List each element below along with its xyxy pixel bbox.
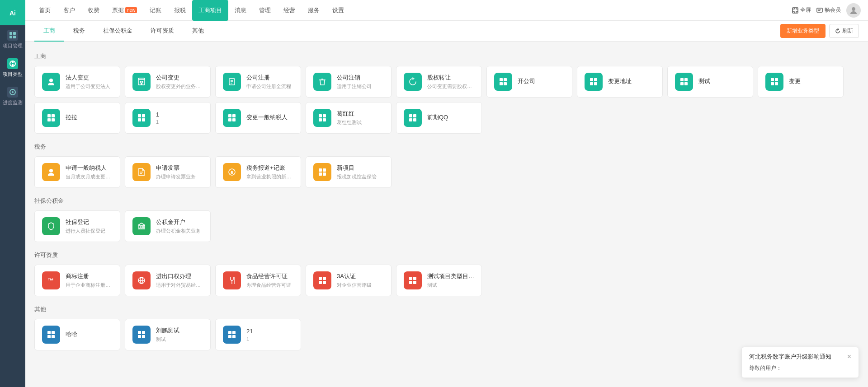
nav-business[interactable]: 工商项目 [192, 0, 228, 21]
card-test[interactable]: 测试 [667, 66, 753, 98]
card-company-reg[interactable]: 公司注册 申请公司注册全流程 [215, 66, 301, 98]
nav-accounting[interactable]: 记账 [143, 0, 168, 21]
card-open-company[interactable]: 开公司 [486, 66, 572, 98]
card-desc-company-reg: 申请公司注册全流程 [246, 83, 293, 90]
card-text-new-project: 新项目 报税加税控盘保管 [337, 164, 384, 180]
svg-rect-31 [684, 82, 688, 85]
nav-ticket[interactable]: 票据 new [106, 0, 143, 21]
card-food-license[interactable]: 食品经营许可证 办理食品经营许可证 [215, 265, 301, 296]
nav-service[interactable]: 服务 [302, 0, 326, 21]
sidebar-item-project-manage[interactable]: 项目管理 [0, 25, 25, 54]
card-fund-account[interactable]: 公积金开户 办理公积金相关业务 [125, 210, 211, 242]
nav-fee[interactable]: 收费 [81, 0, 106, 21]
svg-rect-64 [143, 225, 145, 228]
card-apply-invoice[interactable]: 申请发票 办理申请发票业务 [125, 156, 211, 188]
svg-rect-32 [771, 78, 774, 81]
svg-rect-71 [409, 277, 412, 280]
card-icon-apply-invoice [132, 163, 151, 181]
card-trademark[interactable]: ™ 商标注册 用于企业商标注册服务 [34, 265, 120, 296]
card-change-address[interactable]: 变更地址 [577, 66, 663, 98]
svg-rect-70 [323, 281, 326, 284]
card-text-apply-invoice: 申请发票 办理申请发票业务 [156, 164, 203, 180]
card-title-twenty-one: 21 [246, 328, 293, 335]
sidebar: Ai 项目管理 项目类型 进度监测 [0, 0, 25, 387]
refresh-button[interactable]: 刷新 [829, 24, 859, 38]
card-change-taxpayer[interactable]: 变更一般纳税人 [215, 102, 301, 134]
card-3a-cert[interactable]: 3A认证 对企业信誉评级 [306, 265, 392, 296]
card-one[interactable]: 1 1 [125, 102, 211, 134]
svg-rect-76 [52, 331, 55, 334]
card-apply-taxpayer[interactable]: 申请一般纳税人 当月或次月成变更完成 [34, 156, 120, 188]
subtab-other[interactable]: 其他 [183, 21, 213, 42]
card-change[interactable]: 变更 [758, 66, 844, 98]
card-desc-trademark: 用于企业商标注册服务 [66, 282, 113, 289]
cards-xuke: ™ 商标注册 用于企业商标注册服务 进出口权办理 适用于对外贸易经营者 食品经营… [34, 265, 859, 296]
svg-rect-61 [323, 173, 326, 176]
card-new-project[interactable]: 新项目 报税加税控盘保管 [306, 156, 392, 188]
card-text-change-address: 变更地址 [608, 77, 655, 87]
card-twenty-one[interactable]: 21 1 [215, 319, 301, 350]
member-btn[interactable]: 畅会员 [816, 6, 841, 14]
svg-rect-34 [771, 82, 774, 85]
svg-rect-21 [504, 78, 507, 81]
card-haha[interactable]: 哈哈 [34, 319, 120, 350]
subtab-gongshang[interactable]: 工商 [34, 21, 64, 42]
subtab-xuke[interactable]: 许可资质 [142, 21, 183, 42]
card-mohong[interactable]: 葛红红 葛红红测试 [306, 102, 392, 134]
user-avatar[interactable] [846, 3, 861, 18]
card-lala[interactable]: 拉拉 [34, 102, 120, 134]
card-icon-twenty-one [223, 326, 241, 344]
fullscreen-btn[interactable]: 全屏 [792, 6, 811, 14]
nav-message[interactable]: 消息 [228, 0, 253, 21]
card-social-insurance[interactable]: 社保登记 进行人员社保登记 [34, 210, 120, 242]
card-desc-apply-taxpayer: 当月或次月成变更完成 [66, 173, 113, 180]
card-title-haha: 哈哈 [66, 330, 113, 338]
subtabs-actions: 新增业务类型 刷新 [780, 24, 859, 38]
card-icon-food-license [223, 271, 241, 289]
card-icon-test [675, 73, 693, 91]
subtab-shuiwu[interactable]: 税务 [64, 21, 94, 42]
card-early-qq[interactable]: 前期QQ [396, 102, 482, 134]
card-icon-legal-change [42, 73, 60, 91]
card-text-liupeng-test: 刘鹏测试 测试 [156, 326, 203, 343]
card-liupeng-test[interactable]: 刘鹏测试 测试 [125, 319, 211, 350]
card-company-cancel[interactable]: 公司注销 适用于注销公司 [306, 66, 392, 98]
svg-rect-55 [413, 118, 416, 121]
card-title-food-license: 食品经营许可证 [246, 272, 293, 280]
card-icon-test-type [404, 271, 422, 289]
nav-customer[interactable]: 客户 [57, 0, 81, 21]
svg-rect-79 [138, 331, 141, 334]
card-company-change[interactable]: 公司变更 股权变更外的业务变更 [125, 66, 211, 98]
card-text-haha: 哈哈 [66, 330, 113, 340]
svg-point-10 [12, 91, 14, 93]
nav-manage[interactable]: 管理 [253, 0, 277, 21]
nav-operation[interactable]: 经营 [277, 0, 302, 21]
card-title-apply-taxpayer: 申请一般纳税人 [66, 164, 113, 172]
card-equity-transfer[interactable]: 股权转让 公司变更需要股权转让 [396, 66, 482, 98]
sidebar-item-project-type[interactable]: 项目类型 [0, 54, 25, 82]
app-logo[interactable]: Ai [0, 0, 25, 25]
page-content: 工商 法人变更 适用于公司变更法人 公司变更 股权变更外的业务变更 公司注册 [25, 42, 868, 367]
card-title-test-type: 测试项目类型目定义 [427, 272, 474, 280]
sidebar-item-progress[interactable]: 进度监测 [0, 82, 25, 111]
card-test-type[interactable]: 测试项目类型目定义 测试 [396, 265, 482, 296]
nav-tax[interactable]: 报税 [168, 0, 192, 21]
svg-rect-38 [47, 118, 51, 121]
new-type-button[interactable]: 新增业务类型 [780, 24, 826, 38]
card-title-apply-invoice: 申请发票 [156, 164, 203, 172]
card-legal-change[interactable]: 法人变更 适用于公司变更法人 [34, 66, 120, 98]
card-tax-report[interactable]: 税务报道+记账 拿到营业执照的新公司 [215, 156, 301, 188]
card-icon-company-cancel [313, 73, 331, 91]
nav-home[interactable]: 首页 [33, 0, 57, 21]
notification-close[interactable]: × [847, 353, 851, 361]
svg-rect-74 [413, 281, 416, 284]
svg-rect-73 [409, 281, 412, 284]
subtab-shebao[interactable]: 社保公积金 [94, 21, 142, 42]
card-title-company-cancel: 公司注销 [337, 74, 384, 82]
svg-rect-37 [52, 114, 55, 117]
sidebar-item-label: 项目类型 [3, 71, 23, 78]
svg-rect-7 [12, 61, 14, 63]
card-desc-twenty-one: 1 [246, 336, 293, 341]
nav-settings[interactable]: 设置 [326, 0, 350, 21]
card-import-export[interactable]: 进出口权办理 适用于对外贸易经营者 [125, 265, 211, 296]
